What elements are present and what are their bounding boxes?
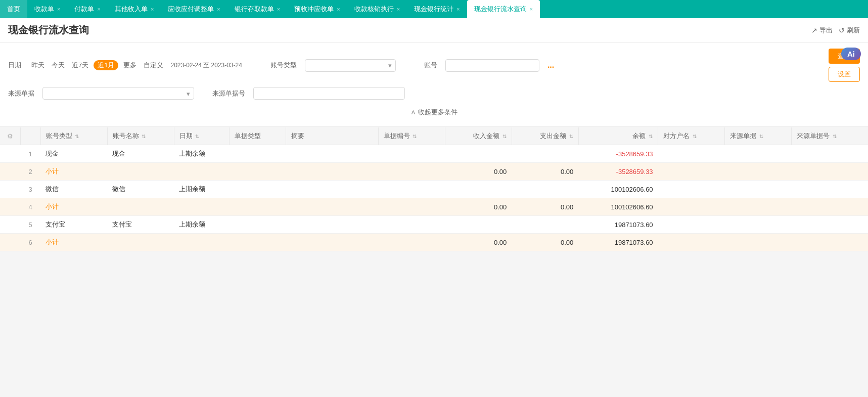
- th-source-doc-no[interactable]: 来源单据号 ⇅: [792, 127, 868, 145]
- row-source-doc-no: [792, 145, 868, 163]
- date-opt-7days[interactable]: 近7天: [70, 60, 90, 70]
- th-gear[interactable]: ⚙: [0, 127, 20, 145]
- nav-adjustment[interactable]: 应收应付调整单 ×: [161, 0, 227, 18]
- row-doc-type: [230, 234, 286, 251]
- account-label: 账号: [424, 61, 437, 70]
- close-adjustment-icon[interactable]: ×: [217, 0, 220, 18]
- row-account-type: 小计: [40, 163, 107, 181]
- date-opt-1month[interactable]: 近1月: [94, 60, 118, 70]
- account-input[interactable]: [445, 59, 539, 72]
- collapse-button[interactable]: ∧ 收起更多条件: [8, 105, 860, 120]
- th-source-doc[interactable]: 来源单据 ⇅: [725, 127, 792, 145]
- nav-cash-stat[interactable]: 现金银行统计 ×: [407, 0, 467, 18]
- table-row[interactable]: 3微信微信上期余额100102606.60: [0, 181, 868, 198]
- nav-bank-deposit[interactable]: 银行存取款单 ×: [227, 0, 287, 18]
- row-account-name: [107, 163, 174, 181]
- table-row[interactable]: 5支付宝支付宝上期余额19871073.60: [0, 216, 868, 234]
- row-gear-cell: [0, 181, 20, 198]
- nav-other-income[interactable]: 其他收入单 ×: [108, 0, 161, 18]
- nav-cash-flow[interactable]: 现金银行流水查询 ×: [467, 0, 540, 18]
- row-date: [174, 198, 230, 216]
- th-income[interactable]: 收入金额 ⇅: [445, 127, 512, 145]
- export-icon: ↗: [811, 26, 817, 34]
- nav-payment[interactable]: 付款单 ×: [67, 0, 107, 18]
- th-account-type[interactable]: 账号类型 ⇅: [40, 127, 107, 145]
- row-account-name: [107, 198, 174, 216]
- date-opt-custom[interactable]: 自定义: [142, 60, 165, 70]
- row-counterpart: [658, 181, 725, 198]
- row-doc-no: [378, 234, 445, 251]
- nav-prepayment[interactable]: 预收冲应收单 ×: [287, 0, 347, 18]
- row-gear-cell: [0, 145, 20, 163]
- row-balance: -3528659.33: [578, 145, 658, 163]
- row-gear-cell: [0, 216, 20, 234]
- row-income: [445, 216, 512, 234]
- row-idx: 5: [20, 216, 40, 234]
- th-date[interactable]: 日期 ⇅: [174, 127, 230, 145]
- table-row[interactable]: 4小计0.000.00100102606.60: [0, 198, 868, 216]
- ai-badge[interactable]: Ai: [841, 48, 861, 60]
- row-gear-cell: [0, 163, 20, 181]
- sort-income-icon: ⇅: [502, 134, 507, 139]
- row-summary: [286, 163, 378, 181]
- close-payment-icon[interactable]: ×: [97, 0, 100, 18]
- row-idx: 6: [20, 234, 40, 251]
- close-receipt-icon[interactable]: ×: [57, 0, 60, 18]
- table-row[interactable]: 2小计0.000.00-3528659.33: [0, 163, 868, 181]
- date-options: 昨天 今天 近7天 近1月 更多 自定义 2023-02-24 至 2023-0…: [29, 60, 242, 70]
- row-income: [445, 181, 512, 198]
- nav-collection[interactable]: 收款核销执行 ×: [347, 0, 407, 18]
- source-doc-label: 来源单据: [8, 89, 34, 98]
- source-doc-select[interactable]: [42, 87, 194, 100]
- row-idx: 1: [20, 145, 40, 163]
- row-date: [174, 163, 230, 181]
- row-account-name: [107, 234, 174, 251]
- row-idx: 3: [20, 181, 40, 198]
- sort-balance-icon: ⇅: [649, 134, 653, 139]
- table-row[interactable]: 1现金现金上期余额-3528659.33: [0, 145, 868, 163]
- th-expense[interactable]: 支出金额 ⇅: [512, 127, 578, 145]
- close-cash-flow-icon[interactable]: ×: [530, 0, 533, 18]
- account-type-select[interactable]: [305, 59, 396, 72]
- nav-receipt[interactable]: 收款单 ×: [27, 0, 67, 18]
- row-counterpart: [658, 145, 725, 163]
- filter-section: 日期 昨天 今天 近7天 近1月 更多 自定义 2023-02-24 至 202…: [0, 42, 868, 126]
- source-doc-no-input[interactable]: [253, 87, 405, 100]
- account-dots[interactable]: ...: [547, 61, 554, 70]
- row-counterpart: [658, 163, 725, 181]
- table-section: ⚙ 账号类型 ⇅ 账号名称 ⇅ 日期 ⇅ 单据类型 摘要: [0, 127, 868, 251]
- th-account-name[interactable]: 账号名称 ⇅: [107, 127, 174, 145]
- th-balance[interactable]: 余额 ⇅: [578, 127, 658, 145]
- close-bank-deposit-icon[interactable]: ×: [277, 0, 280, 18]
- row-gear-cell: [0, 234, 20, 251]
- row-source-doc: [725, 234, 792, 251]
- refresh-button[interactable]: ↺ 刷新: [839, 26, 860, 35]
- nav-home[interactable]: 首页: [0, 0, 27, 18]
- row-income: 0.00: [445, 198, 512, 216]
- row-source-doc-no: [792, 181, 868, 198]
- close-cash-stat-icon[interactable]: ×: [456, 0, 460, 18]
- th-counterpart[interactable]: 对方户名 ⇅: [658, 127, 725, 145]
- sort-source-doc-icon: ⇅: [759, 134, 763, 139]
- date-opt-more[interactable]: 更多: [121, 60, 139, 70]
- sort-counterpart-icon: ⇅: [693, 134, 697, 139]
- close-collection-icon[interactable]: ×: [397, 0, 400, 18]
- row-summary: [286, 198, 378, 216]
- close-prepayment-icon[interactable]: ×: [337, 0, 340, 18]
- close-other-income-icon[interactable]: ×: [151, 0, 154, 18]
- export-button[interactable]: ↗ 导出: [811, 26, 833, 35]
- refresh-icon: ↺: [839, 26, 845, 34]
- table-row[interactable]: 6小计0.000.0019871073.60: [0, 234, 868, 251]
- th-doc-no[interactable]: 单据编号 ⇅: [378, 127, 445, 145]
- row-balance: 100102606.60: [578, 181, 658, 198]
- row-income: 0.00: [445, 234, 512, 251]
- row-gear-cell: [0, 198, 20, 216]
- row-source-doc: [725, 163, 792, 181]
- row-balance: 19871073.60: [578, 234, 658, 251]
- date-opt-today[interactable]: 今天: [50, 60, 67, 70]
- date-opt-yesterday[interactable]: 昨天: [29, 60, 47, 70]
- row-idx: 4: [20, 198, 40, 216]
- settings-button[interactable]: 设置: [829, 67, 860, 82]
- row-expense: [512, 181, 578, 198]
- row-date: 上期余额: [174, 181, 230, 198]
